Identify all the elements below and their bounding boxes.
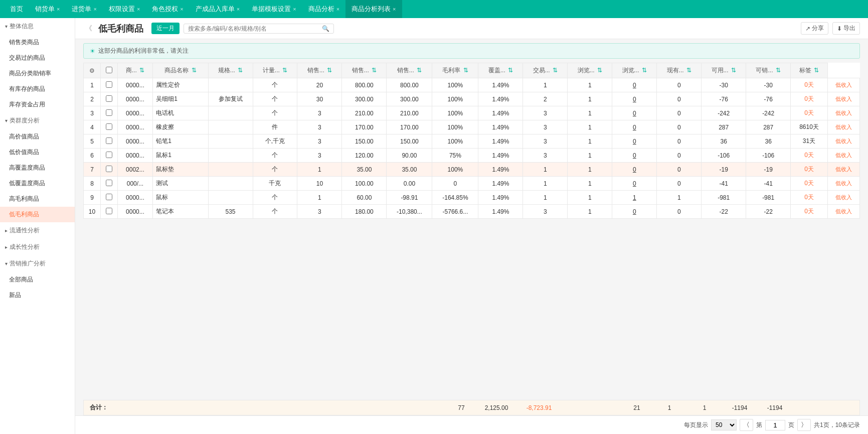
th-trade[interactable]: 交易... ⇅: [523, 63, 568, 78]
nav-template-settings[interactable]: 单据模板设置 ×: [246, 0, 302, 18]
share-btn[interactable]: ↗ 分享: [801, 22, 828, 35]
row-browse1[interactable]: 0: [612, 177, 657, 191]
filter-recent-month-btn[interactable]: 近一月: [151, 23, 180, 34]
next-page-btn[interactable]: 〉: [797, 419, 811, 431]
row-checkbox[interactable]: [101, 149, 118, 163]
nav-product-analysis[interactable]: 商品分析 ×: [302, 0, 345, 18]
nav-product-entry-close[interactable]: ×: [237, 6, 240, 12]
row-checkbox[interactable]: [101, 134, 118, 149]
sidebar-item-sales-products[interactable]: 销售类商品: [0, 35, 75, 50]
row-browse1[interactable]: 0: [612, 163, 657, 177]
table-wrapper[interactable]: ⚙ 商... ⇅ 商品名称 ⇅ 规格... ⇅ 计量... ⇅ 销售... ⇅ …: [83, 63, 860, 396]
collapse-sidebar-btn[interactable]: 《: [83, 24, 94, 33]
th-sale-amt1[interactable]: 销售... ⇅: [342, 63, 387, 78]
nav-purchase-order-close[interactable]: ×: [93, 6, 96, 12]
th-sale-amt2[interactable]: 销售... ⇅: [387, 63, 432, 78]
sidebar-item-stock-capital[interactable]: 库存资金占用: [0, 97, 75, 112]
row-sale-amt3: -164.85%: [432, 191, 478, 205]
select-all-checkbox[interactable]: [106, 67, 112, 73]
sidebar-item-low-value[interactable]: 低价值商品: [0, 144, 75, 160]
row-coverage: 3: [523, 205, 568, 219]
sidebar-item-high-coverage[interactable]: 高覆盖度商品: [0, 160, 75, 176]
th-current[interactable]: 现有... ⇅: [657, 63, 702, 78]
nav-home[interactable]: 首页: [4, 0, 29, 18]
sidebar-item-high-value[interactable]: 高价值商品: [0, 129, 75, 144]
row-sale-amt3: 100%: [432, 134, 478, 149]
prev-page-btn[interactable]: 〈: [740, 419, 753, 431]
sidebar-item-traded-products[interactable]: 交易过的商品: [0, 50, 75, 66]
nav-permissions[interactable]: 权限设置 ×: [103, 0, 146, 18]
notice-bar: ☀ 这部分商品的利润非常低，请关注: [83, 43, 860, 59]
notice-icon: ☀: [90, 48, 95, 55]
row-unit: 千克: [253, 177, 297, 191]
row-saleable: 0天: [791, 205, 828, 219]
row-tag: 低收入: [827, 78, 859, 92]
row-tag: 低收入: [827, 163, 859, 177]
sidebar-item-all-products[interactable]: 全部商品: [0, 272, 75, 287]
export-btn[interactable]: ⬇ 导出: [832, 22, 860, 35]
row-checkbox[interactable]: [101, 92, 118, 106]
row-browse1[interactable]: 0: [612, 134, 657, 149]
row-trade: 1: [568, 149, 612, 163]
row-browse1[interactable]: 0: [612, 78, 657, 92]
row-sale-amt2: 150.00: [387, 134, 432, 149]
sidebar-group-cluster[interactable]: ▾ 类群度分析: [0, 112, 75, 129]
row-browse1[interactable]: 0: [612, 205, 657, 219]
sidebar-group-marketing[interactable]: ▾ 营销推广分析: [0, 255, 75, 272]
th-sale-qty[interactable]: 销售... ⇅: [297, 63, 342, 78]
th-unit[interactable]: 计量... ⇅: [253, 63, 297, 78]
sidebar-item-new-products[interactable]: 新品: [0, 287, 75, 303]
th-settings[interactable]: ⚙: [84, 63, 101, 78]
row-browse1[interactable]: 0: [612, 120, 657, 134]
row-checkbox[interactable]: [101, 106, 118, 120]
nav-template-settings-close[interactable]: ×: [293, 6, 296, 12]
row-browse1[interactable]: 0: [612, 149, 657, 163]
nav-product-analysis-list[interactable]: 商品分析列表 ×: [345, 0, 402, 18]
per-page-select[interactable]: 50 100 200: [711, 419, 737, 430]
sidebar-group-growth[interactable]: ▸ 成长性分析: [0, 239, 75, 255]
sidebar-item-stock-products[interactable]: 有库存的商品: [0, 81, 75, 97]
nav-permissions-close[interactable]: ×: [137, 6, 140, 12]
row-browse1[interactable]: 0: [612, 106, 657, 120]
nav-product-analysis-close[interactable]: ×: [336, 6, 339, 12]
sidebar-group-overall[interactable]: ▾ 整体信息: [0, 18, 75, 35]
nav-role-auth[interactable]: 角色授权 ×: [146, 0, 189, 18]
th-name[interactable]: 商品名称 ⇅: [153, 63, 208, 78]
sidebar-item-category-rate[interactable]: 商品分类助销率: [0, 66, 75, 81]
sidebar-group-circulation[interactable]: ▸ 流通性分析: [0, 222, 75, 239]
nav-product-analysis-list-close[interactable]: ×: [393, 6, 396, 12]
row-sale-amt2: 800.00: [387, 78, 432, 92]
sidebar-item-high-margin[interactable]: 高毛利商品: [0, 191, 75, 207]
row-available: -19: [746, 163, 791, 177]
row-browse1[interactable]: 1: [612, 191, 657, 205]
nav-sales-order-close[interactable]: ×: [57, 6, 60, 12]
nav-role-auth-close[interactable]: ×: [180, 6, 183, 12]
row-coverage: 2: [523, 92, 568, 106]
row-spec: [208, 120, 253, 134]
nav-product-entry[interactable]: 产成品入库单 ×: [190, 0, 246, 18]
page-number-input[interactable]: [765, 420, 785, 430]
th-coverage[interactable]: 覆盖... ⇅: [478, 63, 523, 78]
th-saleable[interactable]: 可销... ⇅: [746, 63, 791, 78]
search-icon[interactable]: 🔍: [322, 25, 329, 32]
row-sale-amt1: 800.00: [342, 78, 387, 92]
row-browse1[interactable]: 0: [612, 92, 657, 106]
nav-sales-order[interactable]: 销货单 ×: [29, 0, 66, 18]
th-tag[interactable]: 标签 ⇅: [791, 63, 828, 78]
th-spec[interactable]: 规格... ⇅: [208, 63, 253, 78]
row-checkbox[interactable]: [101, 205, 118, 219]
th-browse1[interactable]: 浏览... ⇅: [568, 63, 612, 78]
th-code[interactable]: 商... ⇅: [117, 63, 153, 78]
th-available[interactable]: 可用... ⇅: [702, 63, 746, 78]
row-checkbox[interactable]: [101, 120, 118, 134]
row-checkbox[interactable]: [101, 191, 118, 205]
th-browse2[interactable]: 浏览... ⇅: [612, 63, 657, 78]
row-checkbox[interactable]: [101, 177, 118, 191]
sidebar-item-low-coverage[interactable]: 低覆盖度商品: [0, 176, 75, 191]
th-gross-rate[interactable]: 毛利率 ⇅: [432, 63, 478, 78]
row-checkbox[interactable]: [101, 163, 118, 177]
nav-purchase-order[interactable]: 进货单 ×: [66, 0, 102, 18]
row-checkbox[interactable]: [101, 78, 118, 92]
search-input[interactable]: [188, 25, 320, 32]
sidebar-item-low-margin[interactable]: 低毛利商品: [0, 207, 75, 222]
